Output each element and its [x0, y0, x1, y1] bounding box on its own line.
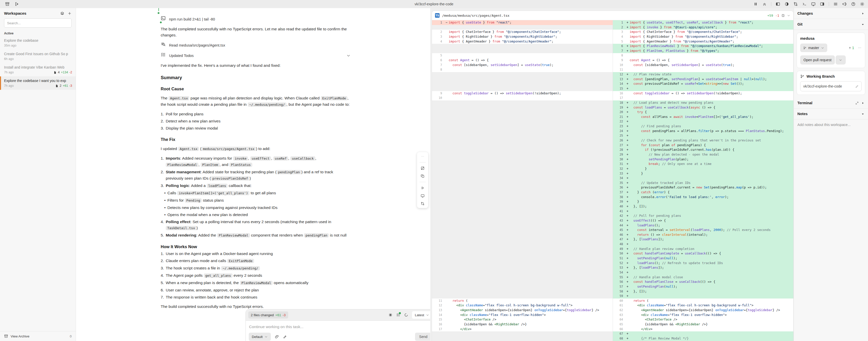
view-archive-button[interactable]: View Archive 0 [0, 331, 76, 341]
terminal-section-header[interactable]: Terminal [794, 98, 868, 108]
tool-call-row[interactable]: Read medusa/src/pages/Agent.tsx [161, 42, 350, 49]
annotate-icon[interactable] [283, 335, 287, 339]
files-changed-chip[interactable]: 2 files changed +61 -3 [248, 311, 288, 318]
git-compare-icon[interactable] [793, 2, 798, 6]
gear-icon[interactable] [860, 2, 864, 6]
line-number: 32 [613, 166, 625, 171]
workspace-item[interactable]: Explore the codebase35m ago [0, 36, 76, 50]
code-line: setPendingPlan(null); [630, 284, 793, 289]
monitor-icon[interactable] [811, 2, 816, 6]
code-line: const allPlans = await invoke<PlanItem[]… [630, 115, 793, 119]
text: : Added the [196, 233, 217, 237]
line-number: 47 [613, 237, 625, 242]
send-button[interactable]: Send [415, 333, 431, 341]
branch-selector[interactable]: master [800, 43, 827, 52]
panel-right-icon[interactable] [820, 2, 825, 6]
monitor-icon[interactable] [421, 194, 425, 198]
megaphone-icon[interactable] [842, 2, 847, 6]
list-item: 7.The response is written back and the h… [161, 294, 350, 300]
diff-row [432, 228, 613, 232]
pull-request-dropdown[interactable] [836, 55, 846, 64]
edit-branch-icon[interactable] [855, 85, 859, 88]
change-marker: + [625, 228, 630, 232]
text: status plans [202, 198, 224, 203]
spark-icon[interactable] [389, 313, 393, 317]
git-repo-card: medusa master 1 Open pull request [797, 33, 865, 68]
open-pull-request-button[interactable]: Open pull request [800, 55, 835, 64]
diff-row [432, 190, 613, 195]
code-line [630, 133, 793, 138]
workspace-item[interactable]: Create Good First Issues on Github So p6… [0, 50, 76, 63]
change-marker [625, 299, 630, 303]
latest-dropdown[interactable]: Latest [412, 311, 432, 319]
git-section-header[interactable]: Git [794, 19, 868, 30]
help-icon[interactable] [851, 2, 856, 6]
diff-row: 2import { ChatInterface } from "@/compon… [432, 30, 613, 34]
code-line [630, 53, 793, 58]
diff-deletions: -1 [775, 14, 779, 18]
tool-call-row[interactable]: npm run build 2>&1 | tail -80 [161, 16, 350, 23]
tool-call-row[interactable]: Updated Todos [161, 52, 350, 59]
sign-out-icon[interactable] [15, 2, 19, 6]
expand-icon[interactable] [855, 101, 859, 105]
play-icon[interactable] [421, 186, 425, 190]
menu-icon[interactable] [833, 2, 838, 6]
change-marker: + [625, 237, 630, 242]
workspace-title: Explore the codebase I want you to exp [4, 79, 72, 83]
split-view-icon[interactable] [781, 14, 785, 17]
pause-icon[interactable] [753, 2, 758, 6]
diff-off-icon[interactable] [421, 166, 425, 170]
working-branch-input[interactable]: vk/3ccf-explore-the-code [800, 81, 862, 91]
workspace-item[interactable]: Install and integrate Vibe Kanban Web7h … [0, 63, 76, 76]
inline-code: get_all_plans [204, 274, 232, 278]
change-marker [444, 96, 449, 100]
changes-section-header[interactable]: Changes [794, 8, 868, 19]
code-line: break; // Only open one at a time [630, 162, 793, 166]
todos-status-icon[interactable] [396, 313, 400, 317]
git-branch-icon [800, 74, 804, 79]
collapse-file-icon[interactable] [787, 14, 790, 17]
tool-call-label: Read medusa/src/pages/Agent.tsx [169, 42, 225, 48]
repo-menu-icon[interactable] [858, 46, 862, 50]
search-input[interactable]: Search... [4, 19, 72, 28]
notes-placeholder[interactable]: Add notes about this workspace... [794, 119, 868, 130]
text: ) [197, 226, 198, 230]
diff-row: 66 </div> [613, 327, 793, 332]
contrast-icon[interactable] [784, 2, 789, 6]
list-marker: 3. [161, 125, 164, 131]
add-workspace-icon[interactable] [68, 11, 72, 16]
line-number: 28 [613, 148, 625, 152]
diff-file-header[interactable]: TS /medusa/medusa/src/pages/Agent.tsx +5… [432, 11, 793, 20]
layers-icon[interactable] [60, 11, 64, 16]
model-selector-button[interactable]: Default [249, 333, 271, 341]
previous-message-remnant [158, 8, 159, 11]
code-line: import { useState } from "react"; [449, 20, 613, 25]
chevrons-up-icon[interactable] [762, 2, 767, 6]
diff-row [432, 185, 613, 190]
line-number: 42 [613, 214, 625, 218]
archive-icon[interactable] [5, 2, 10, 6]
diff-row [432, 251, 613, 256]
code-line: const toggleSidebar = () => setSidebarOp… [449, 91, 613, 96]
copy-icon[interactable] [421, 174, 425, 178]
assistant-paragraph: The build completed successfully with no… [161, 304, 350, 310]
panel-left-icon[interactable] [776, 2, 780, 6]
workspace-item[interactable]: Explore the codebase I want you to exp7h… [0, 76, 76, 90]
diff-pane-original[interactable]: 1−import { useState } from "react";2impo… [432, 20, 613, 341]
workspace-title: Install and integrate Vibe Kanban Web [4, 65, 72, 69]
notes-section-header[interactable]: Notes [794, 108, 868, 119]
attach-icon[interactable] [275, 335, 279, 339]
line-number: 24 [613, 129, 625, 133]
chevron-down-icon[interactable] [346, 54, 350, 58]
diff-row [432, 138, 613, 143]
code-line: import { AgentHeader } from "@/component… [630, 39, 793, 44]
diff-pane-modified[interactable]: 1+import { useState, useEffect, useRef, … [613, 20, 793, 341]
diff-row: 28+ if (!previousPlanIdsRef.current.has(… [613, 148, 793, 152]
message-input[interactable]: Continue working on this task... [246, 321, 435, 331]
inline-code: useCallback [290, 156, 315, 161]
line-number: 25 [613, 133, 625, 138]
diff-row: 51+ setPendingPlan(null); [613, 256, 793, 261]
terminal-icon[interactable] [802, 2, 807, 6]
dots-icon[interactable] [421, 154, 425, 158]
git-compare-icon[interactable] [421, 202, 425, 206]
